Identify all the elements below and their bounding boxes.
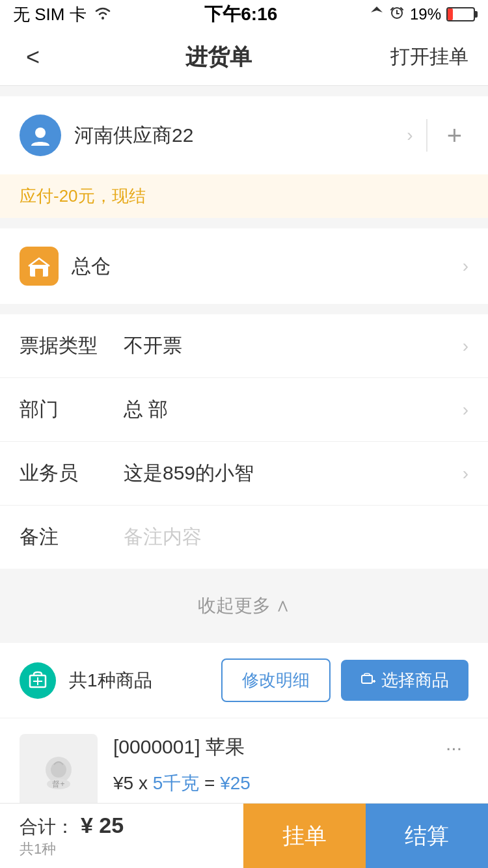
product-info: [0000001] 苹果 ¥5 x 5千克 = ¥25 bbox=[113, 734, 439, 796]
page-title: 进货单 bbox=[185, 42, 252, 72]
svg-text:督+: 督+ bbox=[52, 780, 64, 789]
warehouse-name: 总仓 bbox=[72, 253, 463, 280]
salesperson-value: 这是859的小智 bbox=[104, 460, 463, 487]
product-section-icon bbox=[20, 662, 56, 699]
collapse-row[interactable]: 收起更多 ∧ bbox=[0, 579, 488, 632]
product-unit-price: ¥5 bbox=[113, 773, 133, 793]
product-name: [0000001] 苹果 bbox=[113, 734, 439, 761]
status-right-area: 19% bbox=[370, 5, 475, 24]
remark-placeholder: 备注内容 bbox=[104, 524, 468, 550]
status-carrier-area: 无 SIM 卡 bbox=[13, 3, 113, 26]
warehouse-row[interactable]: 总仓 › bbox=[0, 228, 488, 304]
edit-detail-button[interactable]: 修改明细 bbox=[221, 658, 331, 702]
form-section: 票据类型 不开票 › 部门 总 部 › 业务员 这是859的小智 › 备注 备注… bbox=[0, 314, 488, 569]
salesperson-chevron-icon: › bbox=[463, 463, 468, 484]
battery-percent: 19% bbox=[410, 5, 441, 23]
invoice-type-row[interactable]: 票据类型 不开票 › bbox=[0, 314, 488, 378]
warehouse-icon bbox=[20, 247, 59, 286]
department-label: 部门 bbox=[20, 396, 104, 423]
salesperson-label: 业务员 bbox=[20, 460, 104, 487]
invoice-type-chevron-icon: › bbox=[463, 336, 468, 357]
notice-text: 应付-20元，现结 bbox=[20, 186, 146, 206]
carrier-text: 无 SIM 卡 bbox=[13, 3, 87, 26]
salesperson-row[interactable]: 业务员 这是859的小智 › bbox=[0, 442, 488, 506]
footer-bar: 合计： ¥ 25 共1种 挂单 结算 bbox=[0, 803, 488, 868]
supplier-avatar bbox=[20, 115, 61, 156]
remark-label: 备注 bbox=[20, 524, 104, 550]
battery-icon bbox=[446, 7, 475, 21]
supplier-row[interactable]: 河南供应商22 › + bbox=[0, 96, 488, 174]
select-product-label: 选择商品 bbox=[381, 669, 449, 692]
remark-row[interactable]: 备注 备注内容 bbox=[0, 506, 488, 569]
invoice-type-label: 票据类型 bbox=[20, 332, 104, 359]
product-qty-value: 5 bbox=[153, 773, 163, 793]
status-bar: 无 SIM 卡 下午6:16 19% bbox=[0, 0, 488, 29]
department-row[interactable]: 部门 总 部 › bbox=[0, 378, 488, 442]
footer-total-area: 合计： ¥ 25 共1种 bbox=[0, 813, 243, 859]
notice-bar: 应付-20元，现结 bbox=[0, 174, 488, 218]
product-title: 苹果 bbox=[206, 736, 245, 757]
product-more-button[interactable]: ··· bbox=[439, 734, 468, 761]
footer-total-top: 合计： ¥ 25 bbox=[20, 813, 224, 839]
location-icon bbox=[370, 5, 384, 23]
product-thumbnail: 督+ bbox=[20, 734, 98, 812]
footer-total-amount: ¥ 25 bbox=[81, 813, 124, 838]
svg-point-14 bbox=[51, 762, 66, 778]
supplier-chevron-icon: › bbox=[407, 125, 413, 146]
invoice-type-value: 不开票 bbox=[104, 332, 463, 359]
collapse-label: 收起更多 ∧ bbox=[198, 595, 291, 616]
hang-button[interactable]: 挂单 bbox=[243, 804, 366, 869]
warehouse-section: 总仓 › bbox=[0, 228, 488, 304]
svg-rect-10 bbox=[362, 675, 372, 683]
add-supplier-button[interactable]: + bbox=[441, 121, 468, 150]
product-unit: 千克 bbox=[163, 773, 199, 793]
product-code: [0000001] bbox=[113, 736, 200, 757]
select-product-icon bbox=[360, 673, 376, 688]
department-chevron-icon: › bbox=[463, 400, 468, 420]
product-quantity: 5千克 bbox=[153, 773, 204, 793]
department-value: 总 部 bbox=[104, 396, 463, 423]
settle-button[interactable]: 结算 bbox=[366, 804, 488, 869]
product-section: 共1种商品 修改明细 选择商品 督+ [0000001] bbox=[0, 643, 488, 828]
product-total: ¥25 bbox=[220, 773, 251, 793]
warehouse-chevron-icon: › bbox=[463, 256, 468, 277]
alarm-icon bbox=[389, 5, 405, 24]
footer-sub-label: 共1种 bbox=[20, 839, 224, 859]
footer-total-prefix: 合计： bbox=[20, 815, 74, 839]
svg-point-0 bbox=[102, 17, 104, 20]
product-header: 共1种商品 修改明细 选择商品 bbox=[0, 643, 488, 718]
nav-bar: < 进货单 打开挂单 bbox=[0, 29, 488, 86]
supplier-name: 河南供应商22 bbox=[74, 122, 407, 149]
open-hang-button[interactable]: 打开挂单 bbox=[390, 44, 468, 70]
product-price: ¥5 x 5千克 = ¥25 bbox=[113, 771, 439, 796]
select-product-button[interactable]: 选择商品 bbox=[341, 660, 468, 701]
status-time: 下午6:16 bbox=[204, 2, 277, 27]
back-button[interactable]: < bbox=[20, 37, 46, 77]
wifi-icon bbox=[93, 5, 113, 25]
svg-point-4 bbox=[35, 128, 46, 138]
supplier-section: 河南供应商22 › + 应付-20元，现结 bbox=[0, 96, 488, 218]
svg-rect-6 bbox=[35, 269, 43, 277]
product-count-label: 共1种商品 bbox=[69, 668, 221, 693]
supplier-divider bbox=[426, 119, 427, 152]
